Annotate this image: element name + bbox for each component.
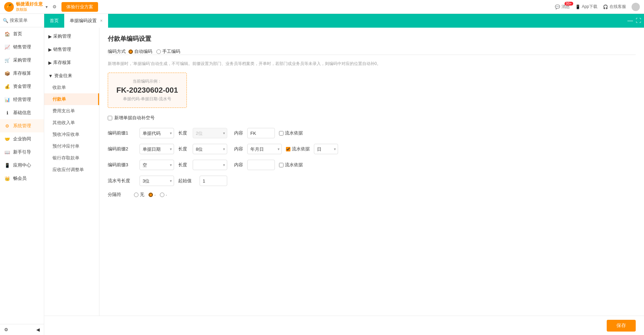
prefix2-select-wrapper: 单据日期 单据代码 空	[140, 144, 174, 154]
save-button[interactable]: 保存	[607, 320, 636, 332]
trial-button[interactable]: 体验行业方案	[61, 2, 98, 12]
serial-row: 流水号长度 3位 4位 5位 6位 起始值	[108, 176, 636, 186]
second-sidebar-item-other-income[interactable]: 其他收入单	[44, 117, 99, 129]
sep-dot-label[interactable]: ·	[148, 192, 156, 197]
group-capital-label: 资金往来	[54, 73, 72, 79]
sidebar-label-system: 系统管理	[13, 123, 31, 129]
flow3-checkbox[interactable]	[279, 163, 283, 167]
logo-icon: 🍊	[4, 2, 14, 12]
collapse-icon[interactable]: ◀	[36, 327, 40, 332]
tab-home[interactable]: 首页	[44, 14, 64, 28]
tab-current[interactable]: 单据编码设置 ×	[64, 14, 108, 28]
start-value-input[interactable]	[200, 176, 227, 186]
sidebar-item-inventory[interactable]: 📦 库存核算	[0, 67, 44, 80]
content3-input[interactable]	[247, 160, 275, 170]
serial-length-select[interactable]: 3位 4位 5位 6位	[140, 176, 174, 186]
second-sidebar-item-adjustment[interactable]: 应收应付调整单	[44, 164, 99, 176]
nav-dropdown[interactable]: ▾	[46, 4, 48, 9]
user-avatar[interactable]	[632, 3, 640, 11]
length3-select-wrapper	[193, 160, 227, 170]
sidebar-item-home[interactable]: 🏠 首页	[0, 27, 44, 40]
second-sidebar-item-prepay-payable[interactable]: 预付冲应付单	[44, 140, 99, 152]
sep-none-label[interactable]: 无	[134, 192, 144, 198]
second-sidebar-item-payment[interactable]: 付款单	[44, 93, 99, 105]
flow2-cycle-wrapper: 日 月 年	[314, 144, 338, 154]
flow3-checkbox-label[interactable]: 流水依据	[279, 162, 303, 168]
sidebar-item-operation[interactable]: 📊 经营管理	[0, 93, 44, 106]
sidebar-item-system[interactable]: ⚙ 系统管理	[0, 119, 44, 132]
system-icon: ⚙	[4, 123, 10, 129]
length2-select-wrapper: 8位 4位 6位	[193, 144, 227, 154]
content1-input[interactable]	[247, 128, 275, 138]
sidebar-item-purchase[interactable]: 🛒 采购管理	[0, 54, 44, 67]
purchase-icon: 🛒	[4, 57, 10, 63]
group-purchase-label: 采购管理	[53, 33, 71, 39]
prefix1-select[interactable]: 单据代码 单据日期 空	[140, 128, 174, 138]
purchase-arrow-icon: ▶	[48, 34, 52, 39]
second-sidebar-item-expense[interactable]: 费用支出单	[44, 105, 99, 117]
finance-icon: 💰	[4, 83, 10, 90]
auto-fill-checkbox[interactable]	[108, 116, 112, 120]
tab-bar-right: — ⛶	[627, 18, 644, 24]
sep-none-radio[interactable]	[134, 193, 138, 197]
top-bar: 🍊 畅捷通好生意 旗舰版 ▾ ⚙ 体验行业方案 💬 消息 99+ 📱 App下载…	[0, 0, 644, 14]
second-sidebar-item-prepay-receivable[interactable]: 预收冲应收单	[44, 129, 99, 140]
message-button[interactable]: 💬 消息 99+	[555, 4, 570, 10]
tab-maximize-icon[interactable]: ⛶	[636, 18, 641, 24]
sidebar-item-vip[interactable]: 👑 畅会员	[0, 172, 44, 185]
sidebar-item-enterprise[interactable]: 🤝 企业协同	[0, 132, 44, 146]
sep-none-text: 无	[140, 192, 144, 198]
sep-dot-radio[interactable]	[148, 193, 153, 197]
settings-icon-btn[interactable]: ⚙	[50, 2, 59, 12]
prefix3-select[interactable]: 空 单据代码 单据日期	[140, 160, 174, 170]
sidebar-item-finance[interactable]: 💰 资金管理	[0, 80, 44, 93]
group-inventory-title[interactable]: ▶ 库存核算	[44, 57, 99, 68]
sidebar-item-apps[interactable]: 📱 应用中心	[0, 159, 44, 172]
top-bar-left: 🍊 畅捷通好生意 旗舰版 ▾ ⚙ 体验行业方案	[4, 1, 98, 12]
tab-minimize-icon[interactable]: —	[627, 18, 633, 24]
preview-code: FK-20230602-001	[116, 86, 178, 95]
capital-arrow-icon: ▼	[48, 73, 53, 78]
auto-encode-radio[interactable]: 自动编码	[128, 48, 152, 55]
content2-select[interactable]: 年月日 年月 年	[247, 144, 282, 154]
manual-encode-radio[interactable]: 手工编码	[156, 48, 180, 55]
sidebar-label-guide: 新手引导	[13, 149, 31, 155]
flow1-checkbox-label[interactable]: 流水依据	[279, 130, 303, 136]
second-sidebar-item-bank[interactable]: 银行存取款单	[44, 152, 99, 164]
flow1-checkbox[interactable]	[279, 131, 283, 136]
sidebar-search[interactable]: 🔍 搜索菜单	[0, 14, 44, 27]
group-sales: ▶ 销售管理	[44, 44, 99, 55]
sidebar-label-enterprise: 企业协同	[13, 136, 31, 142]
service-icon: 🎧	[603, 4, 608, 9]
group-capital-title[interactable]: ▼ 资金往来	[44, 70, 99, 82]
page-title: 付款单编码设置	[108, 35, 636, 43]
separator-radio-group: 无 · ·	[134, 192, 167, 198]
length1-label: 长度	[178, 130, 189, 136]
sep-dot2-label[interactable]: ·	[160, 192, 167, 197]
prefix-row-2: 编码前缀2 单据日期 单据代码 空 长度 8位 4位 6位	[108, 144, 636, 154]
sep-dot2-radio[interactable]	[160, 193, 164, 197]
flow2-checkbox-label[interactable]: 流水依据	[286, 146, 310, 152]
app-label: App下载	[582, 4, 597, 10]
settings-bottom-icon[interactable]: ⚙	[4, 327, 8, 332]
prefix2-select[interactable]: 单据日期 单据代码 空	[140, 144, 174, 154]
sidebar-item-basic[interactable]: ℹ 基础信息	[0, 106, 44, 119]
tab-close-icon[interactable]: ×	[100, 18, 103, 23]
sidebar-item-sales[interactable]: 📈 销售管理	[0, 40, 44, 54]
app-download-button[interactable]: 📱 App下载	[575, 4, 597, 10]
sidebar-item-guide[interactable]: 📖 新手引导	[0, 146, 44, 159]
tab-home-label: 首页	[50, 18, 59, 24]
length2-select[interactable]: 8位 4位 6位	[193, 144, 227, 154]
sidebar-label-vip: 畅会员	[13, 175, 27, 182]
online-service-button[interactable]: 🎧 在线客服	[603, 4, 626, 10]
second-sidebar-item-receipts[interactable]: 收款单	[44, 82, 99, 93]
manual-encode-input[interactable]	[156, 49, 161, 54]
length3-select[interactable]	[193, 160, 227, 170]
group-purchase-title[interactable]: ▶ 采购管理	[44, 30, 99, 42]
auto-encode-input[interactable]	[128, 49, 133, 54]
sales-arrow-icon: ▶	[48, 47, 52, 52]
flow2-checkbox[interactable]	[286, 147, 290, 151]
vip-icon: 👑	[4, 175, 10, 182]
flow2-cycle-select[interactable]: 日 月 年	[314, 144, 338, 154]
group-sales-title[interactable]: ▶ 销售管理	[44, 44, 99, 55]
